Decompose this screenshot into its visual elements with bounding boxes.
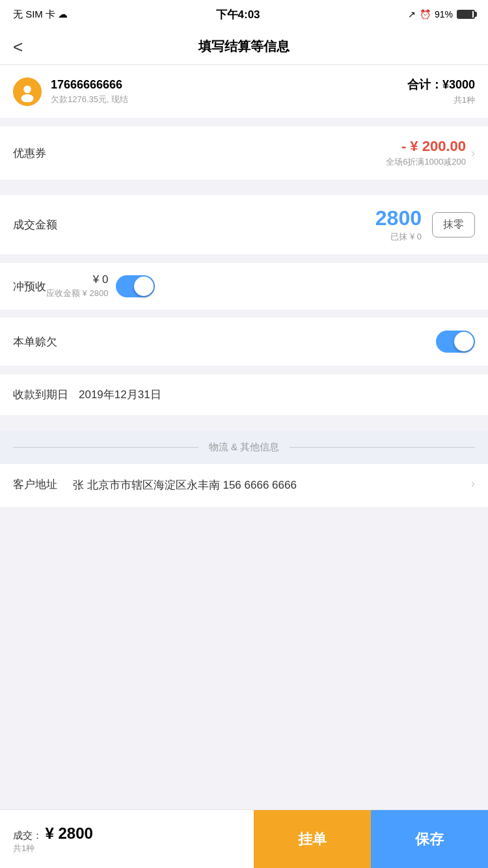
status-time: 下午4:03 (216, 7, 260, 22)
customer-info: 17666666666 欠款1276.35元, 现结 (51, 78, 407, 105)
prepayment-toggle[interactable] (116, 275, 155, 297)
page-title: 填写结算等信息 (198, 38, 290, 55)
svg-point-1 (23, 85, 31, 93)
transaction-label: 成交金额 (13, 217, 57, 232)
debit-label: 本单赊欠 (13, 334, 436, 349)
bottom-amount: ¥ 2800 (45, 824, 92, 842)
debit-toggle-knob (454, 332, 474, 351)
coupon-label: 优惠券 (13, 146, 46, 161)
pending-button[interactable]: 挂单 (254, 810, 371, 869)
header-line-left (13, 447, 198, 448)
bottom-spacer (0, 515, 488, 645)
coupon-amount: - ¥ 200.00 (401, 138, 466, 155)
save-button[interactable]: 保存 (371, 810, 488, 869)
logistics-section-text: 物流 & 其他信息 (198, 441, 290, 454)
date-value: 2019年12月31日 (79, 387, 161, 402)
transaction-amount: 2800 (375, 207, 422, 230)
transaction-right: 2800 已抹 ¥ 0 抹零 (57, 207, 475, 243)
nav-bar: < 填写结算等信息 (0, 29, 488, 65)
customer-row: 17666666666 欠款1276.35元, 现结 合计：¥3000 共1种 (0, 65, 488, 118)
status-right: ↗ ⏰ 91% (408, 9, 475, 20)
order-summary: 合计：¥3000 共1种 (407, 77, 475, 106)
divider-3 (0, 423, 488, 431)
divider-1 (0, 187, 488, 195)
bottom-transaction-line: 成交： ¥ 2800 (13, 824, 241, 843)
prepayment-row: 冲预收 ¥ 0 应收金额 ¥ 2800 (0, 262, 488, 310)
location-icon: ↗ (408, 9, 416, 20)
customer-sub: 欠款1276.35元, 现结 (51, 94, 407, 105)
bottom-bar: 成交： ¥ 2800 共1种 挂单 保存 (0, 809, 488, 868)
prepayment-value: ¥ 0 (93, 273, 109, 286)
customer-phone: 17666666666 (51, 78, 407, 92)
avatar (13, 77, 42, 106)
toggle-knob (134, 277, 154, 296)
bottom-summary: 成交： ¥ 2800 共1种 (0, 824, 254, 854)
coupon-chevron-icon: › (471, 146, 475, 160)
order-count: 共1种 (407, 94, 475, 106)
logistics-header: 物流 & 其他信息 (0, 431, 488, 464)
battery-label: 91% (435, 9, 453, 20)
divider-2 (0, 310, 488, 318)
status-bar: 无 SIM 卡 ☁ 下午4:03 ↗ ⏰ 91% (0, 0, 488, 29)
date-row: 收款到期日 2019年12月31日 (0, 373, 488, 415)
order-total: 合计：¥3000 (407, 77, 475, 92)
debit-toggle[interactable] (436, 331, 475, 353)
alarm-icon: ⏰ (420, 9, 431, 20)
prepayment-label: 冲预收 (13, 279, 46, 294)
coupon-desc: 全场6折满1000减200 (386, 156, 466, 168)
prepayment-right: ¥ 0 应收金额 ¥ 2800 (46, 273, 155, 299)
header-line-right (290, 447, 475, 448)
bottom-count: 共1种 (13, 843, 241, 854)
address-chevron-icon: › (471, 477, 475, 491)
address-value: 张 北京市市辖区海淀区永丰南 156 6666 6666 (73, 479, 297, 491)
address-label: 客户地址 (13, 477, 57, 492)
transaction-sub: 已抹 ¥ 0 (390, 231, 422, 243)
coupon-right: - ¥ 200.00 全场6折满1000减200 (46, 138, 466, 168)
battery-icon (457, 10, 475, 19)
main-content: 17666666666 欠款1276.35元, 现结 合计：¥3000 共1种 … (0, 65, 488, 703)
date-label: 收款到期日 (13, 387, 68, 402)
prepayment-value-group: ¥ 0 应收金额 ¥ 2800 (46, 273, 108, 299)
transaction-value-group: 2800 已抹 ¥ 0 (375, 207, 422, 243)
round-button[interactable]: 抹零 (432, 212, 475, 237)
bottom-transaction-label: 成交： (13, 830, 42, 841)
transaction-row: 成交金额 2800 已抹 ¥ 0 抹零 (0, 195, 488, 254)
debit-row: 本单赊欠 (0, 318, 488, 366)
address-content: 张 北京市市辖区海淀区永丰南 156 6666 6666 (73, 477, 466, 494)
prepayment-sub: 应收金额 ¥ 2800 (46, 288, 108, 299)
coupon-row[interactable]: 优惠券 - ¥ 200.00 全场6折满1000减200 › (0, 126, 488, 180)
status-left: 无 SIM 卡 ☁ (13, 8, 68, 21)
no-sim-label: 无 SIM 卡 ☁ (13, 8, 68, 21)
back-button[interactable]: < (13, 38, 23, 55)
address-row[interactable]: 客户地址 张 北京市市辖区海淀区永丰南 156 6666 6666 › (0, 464, 488, 507)
